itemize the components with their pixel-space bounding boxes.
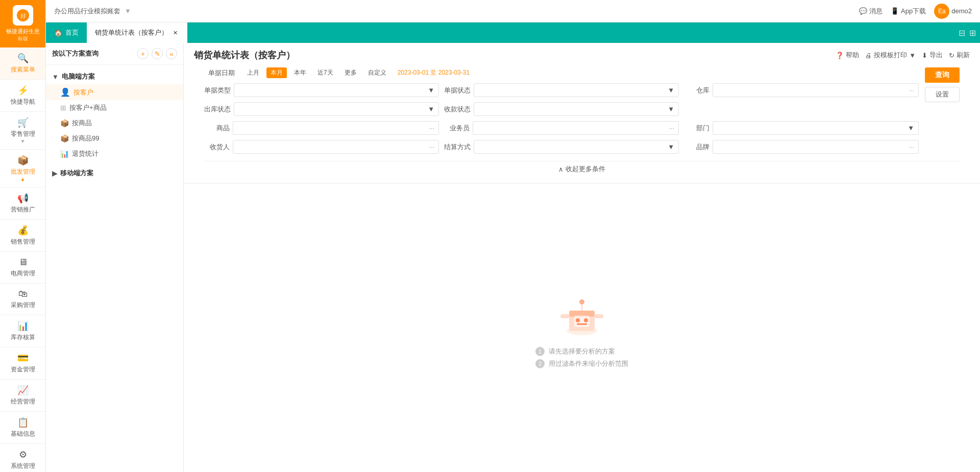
sidebar-item-basic[interactable]: 📋 基础信息: [0, 412, 45, 444]
brand-select[interactable]: ···: [713, 140, 919, 154]
filter-area: 单据日期 上月 本月 本年 近7天 更多 自定义: [194, 67, 970, 183]
consignee-label: 收货人: [204, 143, 230, 152]
date-pill-last-month[interactable]: 上月: [243, 67, 263, 78]
tree-item-by-customer-goods[interactable]: ⊞ 按客户+商品: [46, 100, 183, 115]
system-icon: ⚙: [19, 449, 27, 460]
department-select[interactable]: ▼: [713, 121, 919, 135]
filter-row-type-status: 单据类型 ▼ 单据状态: [204, 83, 919, 97]
logo-icon: 好: [13, 5, 33, 26]
svg-text:好: 好: [20, 13, 26, 19]
quick-icon: ⚡: [17, 85, 29, 96]
delivery-label: 出库状态: [204, 105, 231, 114]
edit-scheme-btn[interactable]: ✎: [152, 48, 163, 59]
collapse-panel-btn[interactable]: «: [166, 48, 177, 59]
sidebar-item-search[interactable]: 🔍 搜索菜单: [0, 48, 45, 80]
salesperson-select[interactable]: ···: [473, 121, 679, 135]
by-goods-icon: 📦: [60, 119, 69, 127]
retail-icon: 🛒: [17, 117, 29, 128]
tab-restore-icon[interactable]: ⊟: [959, 28, 965, 38]
tree-desktop-section[interactable]: ▼ 电脑端方案: [46, 69, 183, 84]
empty-state: 1 请先选择要分析的方案 2 用过滤条件来缩小分析范围: [184, 183, 980, 472]
tab-report[interactable]: 销货单统计表（按客户） ✕: [87, 22, 187, 43]
empty-tips: 1 请先选择要分析的方案 2 用过滤条件来缩小分析范围: [535, 347, 628, 368]
date-range: 2023-03-01 至 2023-03-31: [398, 68, 470, 77]
help-icon: ❓: [836, 52, 844, 59]
sidebar-item-retail[interactable]: 🛒 零售管理 ▼: [0, 112, 45, 150]
date-pill-this-year[interactable]: 本年: [290, 67, 310, 78]
sidebar-item-finance[interactable]: 💳 资金管理: [0, 347, 45, 380]
breadcrumb-dropdown-icon[interactable]: ▼: [125, 7, 131, 15]
sidebar-item-label: 营销推广: [11, 205, 35, 214]
tip-text-1: 请先选择要分析的方案: [549, 347, 615, 356]
brand-dots: ···: [909, 143, 914, 151]
sidebar-item-marketing[interactable]: 📢 营销推广: [0, 187, 45, 220]
left-panel-title: 按以下方案查询: [52, 49, 99, 58]
tree-item-by-goods99[interactable]: 📦 按商品99: [46, 131, 183, 146]
tab-maximize-icon[interactable]: ⊞: [969, 28, 976, 38]
message-btn[interactable]: 💬 消息: [859, 7, 883, 16]
svg-rect-9: [560, 314, 570, 318]
add-scheme-btn[interactable]: +: [137, 48, 149, 59]
filter-order-type: 单据类型 ▼: [204, 83, 439, 97]
sidebar-item-operation[interactable]: 📈 经营管理: [0, 380, 45, 412]
action-buttons: 查询 设置: [925, 67, 960, 102]
return-stats-label: 退货统计: [72, 149, 99, 158]
app-download-btn[interactable]: 📱 App下载: [891, 7, 926, 16]
user-menu[interactable]: Ea demo2: [934, 4, 972, 19]
order-status-dropdown-icon: ▼: [668, 86, 674, 94]
app-name: 畅捷通好生意: [6, 28, 40, 35]
help-btn[interactable]: ❓ 帮助: [836, 51, 859, 60]
basic-icon: 📋: [17, 417, 29, 428]
date-pill-this-month[interactable]: 本月: [266, 67, 287, 78]
sidebar-item-inventory[interactable]: 📊 库存核算: [0, 315, 45, 347]
tab-home[interactable]: 🏠 首页: [46, 22, 87, 43]
refresh-icon: ↻: [949, 52, 954, 59]
collapse-btn[interactable]: ∧ 收起更多条件: [204, 161, 960, 177]
delivery-dropdown-icon: ▼: [428, 105, 434, 113]
settings-button[interactable]: 设置: [925, 87, 960, 102]
template-print-btn[interactable]: 🖨 按模板打印 ▼: [865, 51, 916, 60]
goods-select[interactable]: ···: [233, 121, 439, 135]
warehouse-label: 仓库: [684, 86, 709, 95]
export-label: 导出: [929, 51, 943, 60]
consignee-select[interactable]: ···: [233, 140, 439, 154]
export-btn[interactable]: ⬇ 导出: [922, 51, 943, 60]
filter-warehouse: 仓库 ···: [684, 83, 919, 97]
sidebar-item-sales[interactable]: 💰 销售管理: [0, 220, 45, 252]
tree-item-by-customer[interactable]: 👤 按客户: [46, 84, 183, 100]
payment-select[interactable]: ▼: [474, 102, 679, 116]
tab-close-btn[interactable]: ✕: [171, 29, 179, 37]
order-status-select[interactable]: ▼: [474, 83, 679, 97]
collapse-icon: ∧: [558, 166, 564, 173]
filter-department: 部门 ▼: [684, 121, 919, 135]
empty-tip-2: 2 用过滤条件来缩小分析范围: [535, 359, 628, 368]
sidebar-item-label: 经营管理: [11, 397, 35, 406]
order-type-select[interactable]: ▼: [234, 83, 439, 97]
message-label: 消息: [869, 7, 883, 16]
filter-brand: 品牌 ···: [684, 140, 919, 154]
tree-item-return-stats[interactable]: 📊 退货统计: [46, 146, 183, 161]
sidebar-item-ecommerce[interactable]: 🖥 电商管理: [0, 252, 45, 284]
print-dropdown-icon: ▼: [909, 52, 916, 59]
tree-mobile-section[interactable]: ▶ 移动端方案: [46, 166, 183, 181]
by-goods99-label: 按商品99: [72, 134, 99, 143]
date-pill-custom[interactable]: 自定义: [364, 67, 390, 78]
sidebar-item-wholesale[interactable]: 📦 批发管理 ▲: [0, 150, 45, 187]
settlement-select[interactable]: ▼: [474, 140, 679, 154]
scheme-tree: ▼ 电脑端方案 👤 按客户 ⊞ 按客户+商品 📦 按商品 📦: [46, 65, 183, 472]
date-pill-7days[interactable]: 近7天: [313, 67, 337, 78]
sidebar-item-system[interactable]: ⚙ 系统管理: [0, 444, 45, 472]
date-pill-more[interactable]: 更多: [340, 67, 361, 78]
warehouse-select[interactable]: ···: [713, 83, 919, 97]
tree-expand-icon: ▼: [52, 73, 59, 81]
tree-item-by-goods[interactable]: 📦 按商品: [46, 115, 183, 131]
department-label: 部门: [684, 124, 709, 133]
delivery-select[interactable]: ▼: [234, 102, 439, 116]
topbar-right: 💬 消息 📱 App下载 Ea demo2: [859, 4, 972, 19]
brand-label: 品牌: [684, 143, 709, 152]
sidebar-item-quick[interactable]: ⚡ 快捷导航: [0, 80, 45, 112]
right-panel: 销货单统计表（按客户） ❓ 帮助 🖨 按模板打印 ▼ ⬇: [184, 43, 980, 472]
sidebar-item-purchase[interactable]: 🛍 采购管理: [0, 284, 45, 315]
refresh-btn[interactable]: ↻ 刷新: [949, 51, 970, 60]
query-button[interactable]: 查询: [925, 67, 960, 83]
